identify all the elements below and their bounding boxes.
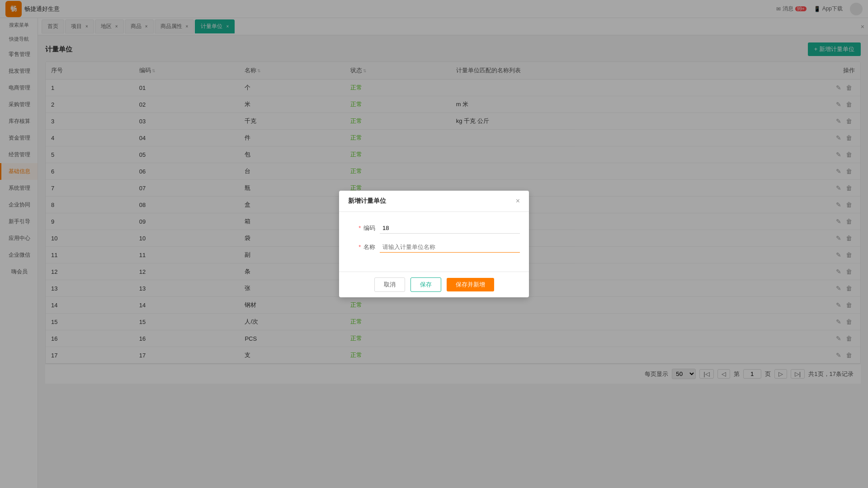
modal-overlay: 新增计量单位 × * 编码 * 名称 取消 保存 保存并新增 bbox=[0, 0, 868, 488]
modal-title: 新增计量单位 bbox=[348, 197, 386, 205]
modal-footer: 取消 保存 保存并新增 bbox=[339, 272, 529, 297]
modal-header: 新增计量单位 × bbox=[339, 191, 529, 212]
modal-body: * 编码 * 名称 bbox=[339, 212, 529, 272]
form-row-code: * 编码 bbox=[348, 223, 520, 234]
name-input[interactable] bbox=[380, 242, 520, 253]
cancel-button[interactable]: 取消 bbox=[374, 277, 405, 292]
modal-add-unit: 新增计量单位 × * 编码 * 名称 取消 保存 保存并新增 bbox=[339, 191, 529, 297]
form-row-name: * 名称 bbox=[348, 242, 520, 253]
modal-close-button[interactable]: × bbox=[516, 197, 520, 205]
save-and-new-button[interactable]: 保存并新增 bbox=[447, 278, 494, 291]
save-button[interactable]: 保存 bbox=[410, 277, 441, 292]
code-input[interactable] bbox=[380, 223, 520, 234]
code-label: * 编码 bbox=[348, 224, 375, 232]
name-label: * 名称 bbox=[348, 243, 375, 251]
